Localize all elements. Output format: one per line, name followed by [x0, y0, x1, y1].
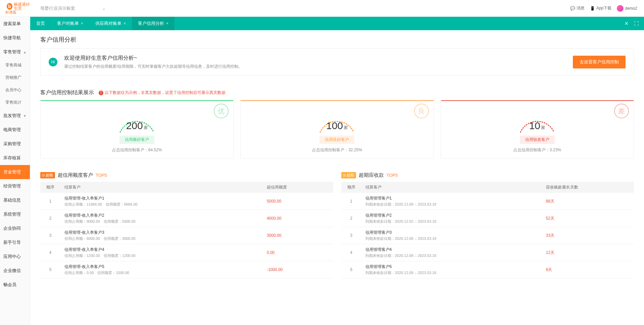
table-row: 2 信用管理-收入单客户2 信用占用额：9000.00 信用额度：5000.00…: [40, 210, 333, 227]
cell-amount: 0.00: [263, 244, 333, 261]
cell-amount: 3000.00: [263, 227, 333, 244]
cell-customer: 信用管理-收入单客户4 信用占用额：1200.00 信用额度：1200.00: [60, 244, 263, 261]
col-over-amount: 超信用额度: [263, 182, 333, 193]
sidebar-quicknav[interactable]: 快捷导航: [0, 31, 30, 45]
close-icon[interactable]: ×: [123, 21, 126, 26]
sidebar-ecommerce[interactable]: 电商管理: [0, 123, 30, 137]
table-row: 2 信用管理客户2 到期未收款日期：2020.12.02 -- 2023.03.…: [341, 210, 634, 227]
cell-customer: 信用管理-收入单客户3 信用占用额：6000.00 信用额度：3000.00: [60, 227, 263, 244]
page-title: 客户信用分析: [40, 36, 634, 44]
customer-name: 信用管理-收入单客户2: [64, 213, 259, 218]
top5-overdue-tail: TOP5: [387, 173, 398, 178]
cell-customer: 信用管理-收入单客户5 信用占用额：0.00 信用额度：1000.00: [60, 261, 263, 278]
result-warning: ! 以下数据仅为示例，非真实数据，设置了信用控制后可展示真实数据: [99, 90, 226, 96]
cell-customer: 信用管理客户2 到期未收款日期：2020.12.02 -- 2023.03.18: [361, 210, 542, 227]
close-icon[interactable]: ×: [166, 21, 168, 26]
sidebar-guide[interactable]: 新手引导: [0, 235, 30, 250]
stat-foot-poor: 占总信用控制客户：3.23%: [446, 147, 628, 153]
sidebar-baseinfo[interactable]: 基础信息: [0, 193, 30, 207]
sidebar-funds[interactable]: 资金管理: [0, 165, 30, 179]
customer-sub: 信用占用额：1200.00 信用额度：1200.00: [64, 253, 259, 258]
logo-icon: b: [7, 3, 12, 10]
customer-sub: 到期未收款日期：2020.12.08 -- 2023.03.18: [365, 270, 538, 275]
stat-num-good: 100: [326, 120, 343, 131]
cell-days: 66天: [542, 193, 634, 210]
env-dropdown[interactable]: 母婴行业演示账套 ⌄: [40, 5, 106, 11]
sidebar-purchase[interactable]: 采购管理: [0, 137, 30, 151]
tabs-close-all-icon[interactable]: ✕: [623, 19, 631, 28]
customer-sub: 到期未收款日期：2020.12.02 -- 2023.03.18: [365, 219, 538, 224]
logo-text: 畅捷通好生意: [14, 2, 34, 10]
sidebar-search[interactable]: 搜索菜单: [0, 17, 30, 31]
clock-icon: ◷: [343, 173, 346, 177]
stat-tag-good: 信用良好客户: [319, 136, 354, 144]
cell-customer: 信用管理-收入单客户2 信用占用额：9000.00 信用额度：5000.00: [60, 210, 263, 227]
sidebar-vip[interactable]: 畅会员: [0, 278, 30, 292]
chevron-down-icon: ⌄: [102, 6, 106, 11]
cell-days: 12天: [542, 244, 634, 261]
cell-idx: 2: [341, 210, 361, 227]
sidebar-retail-stats[interactable]: 零售统计: [0, 96, 30, 109]
stat-num-excellent: 200: [126, 120, 143, 131]
user-menu[interactable]: demo2: [617, 5, 637, 12]
table-row: 4 信用管理客户4 到期未收款日期：2020.12.08 -- 2023.03.…: [341, 244, 634, 261]
stat-card-excellent: 优 200家 信用极好客户 占总信用控制客户：64.52%: [40, 100, 234, 159]
top5-amount-tail: TOP5: [96, 173, 107, 178]
sidebar-appcenter[interactable]: 应用中心: [0, 250, 30, 264]
close-icon[interactable]: ×: [81, 21, 83, 26]
cell-customer: 信用管理客户1 到期未收款日期：2020.12.08 -- 2023.03.18: [361, 193, 542, 210]
sidebar-operate[interactable]: 经营管理: [0, 179, 30, 193]
col-idx: 顺序: [40, 182, 60, 193]
sidebar: 搜索菜单 快捷导航 零售管理▲ 零售商城 营销推广 会员中心 零售统计 批发管理…: [0, 17, 30, 325]
logo-subtitle: 标准版: [5, 10, 16, 14]
sidebar-wholesale[interactable]: 批发管理▼: [0, 109, 30, 123]
cell-days: 6天: [542, 261, 634, 278]
customer-sub: 信用占用额：6000.00 信用额度：3000.00: [64, 236, 259, 241]
badge-overdue: ◷超期: [341, 172, 356, 178]
top5-amount: ◷超额 超信用额度客户 TOP5 顺序 结算客户 超信用额度 1 信用管理-收入…: [40, 172, 333, 278]
cell-customer: 信用管理客户4 到期未收款日期：2020.12.08 -- 2023.03.18: [361, 244, 542, 261]
top5-overdue-table: 顺序 结算客户 应收账龄最长天数 1 信用管理客户1 到期未收款日期：2020.…: [341, 182, 634, 278]
table-row: 1 信用管理-收入单客户1 信用占用额：11666.00 信用额度：6666.0…: [40, 193, 333, 210]
env-dropdown-label: 母婴行业演示账套: [40, 5, 75, 11]
app-download-label: App下载: [596, 5, 611, 11]
sidebar-retail[interactable]: 零售管理▲: [0, 45, 30, 59]
app-download-link[interactable]: 📱 App下载: [590, 5, 611, 11]
message-icon: 💬: [570, 6, 575, 11]
col-days: 应收账龄最长天数: [542, 182, 634, 193]
messages-label: 消息: [577, 5, 585, 11]
setup-credit-button[interactable]: 去设置客户信用控制: [573, 56, 626, 68]
top5-amount-table: 顺序 结算客户 超信用额度 1 信用管理-收入单客户1 信用占用额：11666.…: [40, 182, 333, 278]
sidebar-stock[interactable]: 库存核算: [0, 151, 30, 165]
cell-customer: 信用管理客户3 到期未收款日期：2020.12.08 -- 2023.03.18: [361, 227, 542, 244]
tab-home[interactable]: 首页: [30, 17, 51, 30]
cell-idx: 1: [341, 193, 361, 210]
customer-name: 信用管理客户3: [365, 230, 538, 235]
sidebar-system[interactable]: 系统管理: [0, 207, 30, 221]
tabs-fullscreen-icon[interactable]: ⛶: [632, 19, 641, 28]
gauge-poor: 10家: [512, 107, 562, 132]
customer-name: 信用管理客户2: [365, 213, 538, 218]
tab-customer-statement[interactable]: 客户对账单×: [51, 17, 89, 30]
caret-down-icon: ▼: [23, 114, 27, 118]
header: b 畅捷通好生意 标准版 母婴行业演示账套 ⌄ 💬 消息 📱 App下载 dem…: [0, 0, 644, 17]
customer-name: 信用管理客户4: [365, 247, 538, 253]
cell-amount: 4000.00: [263, 210, 333, 227]
sidebar-retail-promo[interactable]: 营销推广: [0, 71, 30, 84]
tab-credit-analysis[interactable]: 客户信用分析×: [132, 17, 175, 30]
tab-supplier-statement[interactable]: 供应商对账单×: [89, 17, 132, 30]
table-row: 3 信用管理-收入单客户3 信用占用额：6000.00 信用额度：3000.00…: [40, 227, 333, 244]
top5-row: ◷超额 超信用额度客户 TOP5 顺序 结算客户 超信用额度 1 信用管理-收入…: [40, 172, 634, 278]
clock-icon: ◷: [42, 173, 45, 177]
stat-card-good: 良 100家 信用良好客户 占总信用控制客户：32.25%: [240, 100, 434, 159]
customer-sub: 信用占用额：11666.00 信用额度：6666.00: [64, 202, 259, 207]
caret-up-icon: ▲: [23, 50, 27, 54]
avatar: [617, 5, 624, 12]
sidebar-retail-member[interactable]: 会员中心: [0, 84, 30, 96]
top5-overdue: ◷超期 超期应收款 TOP5 顺序 结算客户 应收账龄最长天数 1 信用管理客户…: [341, 172, 634, 278]
gauge-excellent: 200家: [112, 107, 162, 132]
sidebar-wechat[interactable]: 企业微信: [0, 264, 30, 278]
sidebar-retail-mall[interactable]: 零售商城: [0, 59, 30, 71]
messages-link[interactable]: 💬 消息: [570, 5, 585, 11]
sidebar-corp[interactable]: 企业协同: [0, 221, 30, 235]
